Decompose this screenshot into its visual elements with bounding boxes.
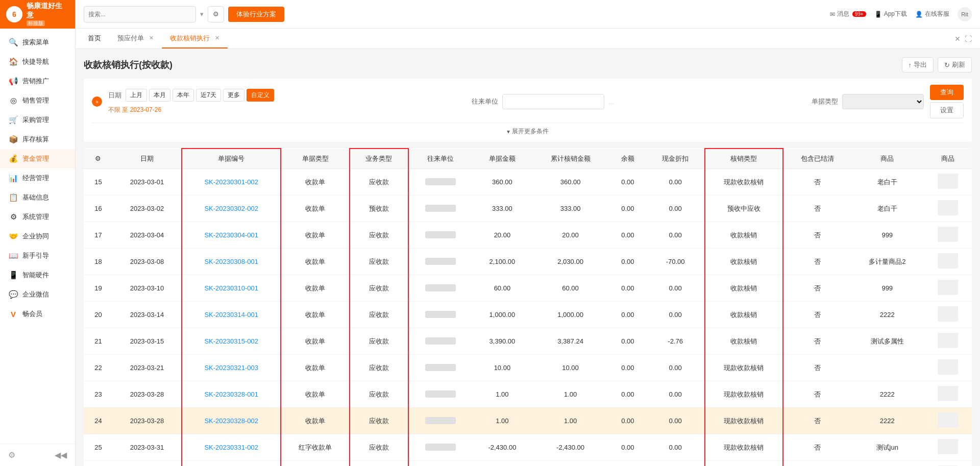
sidebar-item-purchase[interactable]: 🛒 采购管理 bbox=[0, 110, 75, 130]
sidebar-item-search[interactable]: 🔍 搜索菜单 bbox=[0, 33, 75, 52]
bill-no-link[interactable]: SK-20230321-003 bbox=[204, 364, 258, 372]
table-row[interactable]: 18 2023-03-08 SK-20230308-001 收款单 应收款 2,… bbox=[84, 249, 972, 275]
collapse-icon[interactable]: ◀◀ bbox=[55, 450, 67, 460]
th-amount[interactable]: 单据金额 bbox=[473, 149, 532, 169]
bill-no-link[interactable]: SK-20230310-001 bbox=[204, 284, 258, 292]
topbar: ▾ ⚙ 体验行业方案 ✉ 消息 99+ 📱 App下载 👤 在线客服 Rit bbox=[76, 0, 980, 29]
tab-collection[interactable]: 收款核销执行 ✕ bbox=[162, 29, 228, 48]
td-bill-no[interactable]: SK-20230315-002 bbox=[182, 328, 281, 355]
bill-no-link[interactable]: SK-20230308-001 bbox=[204, 258, 258, 265]
td-bill-no[interactable]: SK-20230308-001 bbox=[182, 249, 281, 275]
th-verify-type[interactable]: 核销类型 bbox=[705, 149, 783, 169]
table-row[interactable]: 22 2023-03-21 SK-20230321-003 收款单 应收款 10… bbox=[84, 355, 972, 381]
tab-home[interactable]: 首页 bbox=[80, 29, 109, 48]
bill-no-link[interactable]: SK-20230315-002 bbox=[204, 337, 258, 345]
table-row[interactable]: 20 2023-03-14 SK-20230314-001 收款单 应收款 1,… bbox=[84, 302, 972, 328]
table-row[interactable]: 16 2023-03-02 SK-20230302-002 收款单 预收款 33… bbox=[84, 195, 972, 222]
settings-icon[interactable]: ⚙ bbox=[8, 450, 15, 460]
sidebar-item-system[interactable]: ⚙ 系统管理 bbox=[0, 207, 75, 227]
sidebar-item-sales[interactable]: ◎ 销售管理 bbox=[0, 91, 75, 110]
user-avatar[interactable]: Rit bbox=[958, 7, 972, 21]
table-row[interactable]: 26 2023-04-03 SK-20230403-002 收款单 预收款 20… bbox=[84, 461, 972, 467]
bill-no-link[interactable]: SK-20230328-001 bbox=[204, 390, 258, 398]
tab-expand[interactable]: ⛶ bbox=[965, 35, 972, 43]
app-download-btn[interactable]: 📱 App下载 bbox=[874, 10, 907, 18]
td-bill-no[interactable]: SK-20230331-002 bbox=[182, 434, 281, 461]
td-bill-no[interactable]: SK-20230314-001 bbox=[182, 302, 281, 328]
table-row[interactable]: 21 2023-03-15 SK-20230315-002 收款单 应收款 3,… bbox=[84, 328, 972, 355]
th-bill-no[interactable]: 单据编号 bbox=[182, 149, 281, 169]
th-date[interactable]: 日期 bbox=[113, 149, 182, 169]
td-bill-no[interactable]: SK-20230403-002 bbox=[182, 461, 281, 467]
sidebar-item-quicknav[interactable]: 🏠 快捷导航 bbox=[0, 52, 75, 71]
filter-expand-btn[interactable]: » bbox=[92, 96, 102, 107]
sidebar-item-enterprise[interactable]: 🤝 企业协同 bbox=[0, 227, 75, 246]
td-bill-no[interactable]: SK-20230302-002 bbox=[182, 195, 281, 222]
bill-no-link[interactable]: SK-20230314-001 bbox=[204, 311, 258, 318]
message-btn[interactable]: ✉ 消息 99+ bbox=[830, 10, 866, 18]
topbar-search-input[interactable] bbox=[84, 6, 196, 22]
bill-no-link[interactable]: SK-20230302-002 bbox=[204, 205, 258, 212]
refresh-btn[interactable]: ↻ 刷新 bbox=[938, 57, 972, 72]
topbar-gear-btn[interactable]: ⚙ bbox=[208, 6, 224, 22]
solution-btn[interactable]: 体验行业方案 bbox=[228, 7, 284, 22]
sidebar-item-marketing[interactable]: 📢 营销推广 bbox=[0, 71, 75, 91]
th-product[interactable]: 商品 bbox=[851, 149, 923, 169]
sidebar-item-basic[interactable]: 📋 基础信息 bbox=[0, 188, 75, 207]
td-no: 20 bbox=[84, 302, 113, 328]
filter-date-custom[interactable]: 自定义 bbox=[247, 89, 274, 102]
export-btn[interactable]: ↑ 导出 bbox=[902, 57, 934, 72]
td-bill-no[interactable]: SK-20230321-003 bbox=[182, 355, 281, 381]
table-row[interactable]: 19 2023-03-10 SK-20230310-001 收款单 应收款 60… bbox=[84, 275, 972, 302]
th-bill-type[interactable]: 单据类型 bbox=[281, 149, 349, 169]
sidebar-item-finance[interactable]: 💰 资金管理 bbox=[0, 149, 75, 168]
app-icon: 📱 bbox=[874, 11, 882, 18]
filter-date-lastmonth[interactable]: 上月 bbox=[126, 89, 147, 102]
sidebar-item-inventory[interactable]: 📦 库存核算 bbox=[0, 130, 75, 149]
sidebar-item-hardware[interactable]: 📱 智能硬件 bbox=[0, 265, 75, 285]
td-bill-no[interactable]: SK-20230301-002 bbox=[182, 169, 281, 195]
settings-btn[interactable]: 设置 bbox=[930, 102, 964, 118]
td-bill-no[interactable]: SK-20230328-001 bbox=[182, 381, 281, 408]
th-balance[interactable]: 余额 bbox=[609, 149, 647, 169]
tab-close-all[interactable]: ✕ bbox=[954, 35, 961, 43]
table-row[interactable]: 17 2023-03-04 SK-20230304-001 收款单 应收款 20… bbox=[84, 222, 972, 249]
topbar-dropdown-arrow[interactable]: ▾ bbox=[200, 10, 204, 18]
table-row[interactable]: 24 2023-03-28 SK-20230328-002 收款单 应收款 1.… bbox=[84, 408, 972, 434]
th-product2[interactable]: 商品 bbox=[923, 149, 972, 169]
bill-no-link[interactable]: SK-20230301-002 bbox=[204, 178, 258, 186]
th-partner[interactable]: 往来单位 bbox=[408, 149, 473, 169]
sidebar-item-wechat[interactable]: 💬 企业微信 bbox=[0, 285, 75, 304]
td-bill-no[interactable]: SK-20230304-001 bbox=[182, 222, 281, 249]
sidebar-item-operations[interactable]: 📊 经营管理 bbox=[0, 168, 75, 188]
th-biz-type[interactable]: 业务类型 bbox=[350, 149, 408, 169]
th-include-settled[interactable]: 包含已结清 bbox=[783, 149, 851, 169]
table-row[interactable]: 15 2023-03-01 SK-20230301-002 收款单 应收款 36… bbox=[84, 169, 972, 195]
th-cumulative[interactable]: 累计核销金额 bbox=[532, 149, 609, 169]
filter-partner-input[interactable] bbox=[502, 94, 604, 109]
bill-no-link[interactable]: SK-20230331-002 bbox=[204, 444, 258, 451]
tab-collection-close[interactable]: ✕ bbox=[215, 35, 219, 41]
sidebar-item-guide[interactable]: 📖 新手引导 bbox=[0, 246, 75, 265]
filter-query-btns: 查询 设置 bbox=[930, 85, 964, 118]
expand-more-btn[interactable]: ▾ 展开更多条件 bbox=[92, 122, 964, 136]
td-bill-no[interactable]: SK-20230310-001 bbox=[182, 275, 281, 302]
query-btn[interactable]: 查询 bbox=[930, 85, 964, 100]
filter-date-7days[interactable]: 近7天 bbox=[196, 89, 221, 102]
bill-no-link[interactable]: SK-20230328-002 bbox=[204, 417, 258, 425]
online-service-btn[interactable]: 👤 在线客服 bbox=[915, 10, 949, 18]
filter-date-more[interactable]: 更多 bbox=[223, 89, 244, 102]
th-discount[interactable]: 现金折扣 bbox=[647, 149, 705, 169]
filter-billtype-select[interactable] bbox=[842, 94, 924, 109]
table-row[interactable]: 25 2023-03-31 SK-20230331-002 红字收款单 应收款 … bbox=[84, 434, 972, 461]
tab-prepay-close[interactable]: ✕ bbox=[149, 35, 154, 41]
td-bill-no[interactable]: SK-20230328-002 bbox=[182, 408, 281, 434]
th-settings[interactable]: ⚙ bbox=[84, 149, 113, 169]
filter-date-thisyear[interactable]: 本年 bbox=[173, 89, 194, 102]
sidebar-item-vip[interactable]: V 畅会员 bbox=[0, 304, 75, 324]
bill-no-link[interactable]: SK-20230304-001 bbox=[204, 231, 258, 239]
filter-toggle-icon[interactable]: » bbox=[92, 96, 102, 107]
table-row[interactable]: 23 2023-03-28 SK-20230328-001 收款单 应收款 1.… bbox=[84, 381, 972, 408]
filter-date-thismonth[interactable]: 本月 bbox=[149, 89, 170, 102]
tab-prepay[interactable]: 预应付单 ✕ bbox=[109, 29, 162, 48]
